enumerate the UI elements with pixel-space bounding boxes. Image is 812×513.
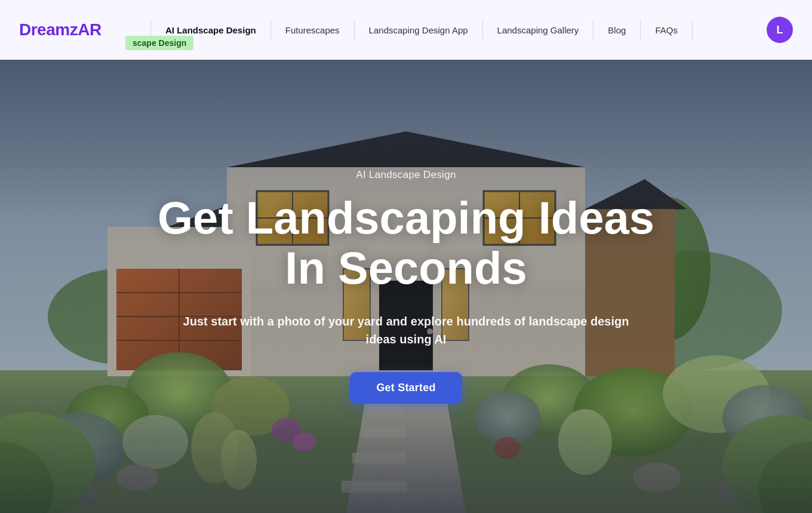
nav-item-landscaping-design-app[interactable]: Landscaping Design App — [355, 20, 483, 40]
hero-content: AI Landscape Design Get Landscaping Idea… — [0, 60, 812, 513]
hero-section: AI Landscape Design Get Landscaping Idea… — [0, 60, 812, 513]
header-right: L — [767, 17, 793, 43]
hero-subtitle: AI Landscape Design — [356, 169, 456, 181]
nav-item-faqs[interactable]: FAQs — [641, 20, 693, 40]
nav-item-futurescapes[interactable]: Futurescapes — [271, 20, 355, 40]
login-button[interactable]: L — [767, 17, 793, 43]
hero-description: Just start with a photo of your yard and… — [179, 312, 633, 348]
nav-item-landscaping-gallery[interactable]: Landscaping Gallery — [483, 20, 594, 40]
nav-item-blog[interactable]: Blog — [593, 20, 641, 40]
nav-item-ai-landscape-design[interactable]: AI Landscape Design — [150, 20, 271, 40]
logo-text: DreamzAR — [19, 20, 102, 39]
header: DreamzAR AI Landscape Design Futurescape… — [0, 0, 812, 60]
logo[interactable]: DreamzAR — [19, 20, 127, 39]
hero-title: Get Landscaping Ideas In Seconds — [137, 193, 675, 293]
main-nav: AI Landscape Design Futurescapes Landsca… — [150, 20, 767, 40]
get-started-button[interactable]: Get Started — [350, 372, 462, 404]
